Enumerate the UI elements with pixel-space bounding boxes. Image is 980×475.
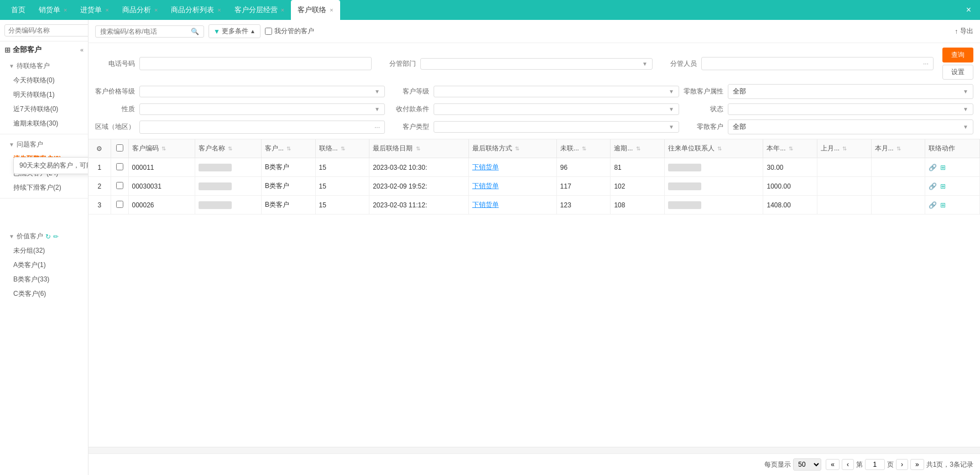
cell-method-0[interactable]: 下销货单 (468, 158, 556, 177)
th-check[interactable] (111, 139, 128, 158)
nav-tab-customer-layer[interactable]: 客户分层经营 × (228, 0, 291, 20)
close-tab-analysis[interactable]: × (154, 7, 158, 13)
filter-row-2: 客户价格等级 ▼ 客户等级 ▼ 零散客户属性 全部▼ (95, 84, 973, 99)
customer-table: ⚙ 客户编码 ⇅ 客户名称 ⇅ (88, 139, 980, 215)
sidebar-item-declining[interactable]: 持续下滑客户(2) (0, 180, 88, 195)
select-cust-type[interactable]: ▼ (434, 121, 679, 133)
cell-last-month-0 (817, 158, 872, 177)
nav-tab-analysis[interactable]: 商品分析 × (116, 0, 164, 20)
select-retail-attr[interactable]: 全部▼ (728, 84, 973, 99)
select-payment[interactable]: ▼ (434, 103, 679, 115)
sidebar-search-input[interactable] (4, 24, 88, 36)
settings-icon[interactable]: ⚙ (96, 145, 102, 153)
link-icon[interactable]: 🔗 (929, 164, 937, 171)
nav-tab-analysis-list[interactable]: 商品分析列表 × (164, 0, 227, 20)
select-nature[interactable]: ▼ (139, 103, 385, 115)
select-retail-cust[interactable]: 全部▼ (728, 119, 973, 134)
next-page-btn[interactable]: › (896, 459, 908, 470)
close-tab-purchase[interactable]: × (105, 7, 108, 13)
cell-actions-2[interactable]: 🔗⊞ (925, 196, 980, 215)
sort-icon-person[interactable]: ⇅ (717, 145, 722, 152)
cell-method-2[interactable]: 下销货单 (468, 196, 556, 215)
more-conditions-btn[interactable]: ▼ 更多条件 ▲ (208, 24, 260, 38)
th-settings[interactable]: ⚙ (88, 139, 111, 158)
setting-button[interactable]: 设置 (942, 65, 973, 80)
sort-icon-name[interactable]: ⇅ (228, 145, 232, 152)
cell-check-2[interactable] (111, 196, 128, 215)
sort-icon-this-year[interactable]: ⇅ (789, 145, 793, 152)
sort-icon-date[interactable]: ⇅ (416, 145, 420, 152)
grid-icon[interactable]: ⊞ (940, 182, 946, 190)
horizontal-scrollbar[interactable] (88, 447, 980, 453)
th-actions: 联络动作 (925, 139, 980, 158)
sort-icon-type[interactable]: ⇅ (286, 145, 291, 152)
select-price-level[interactable]: ▼ (139, 86, 385, 97)
nav-tab-home[interactable]: 首页 (4, 5, 32, 15)
edit-icon[interactable]: ✏ (53, 233, 59, 241)
cell-check-0[interactable] (111, 158, 128, 177)
nav-tab-purchase[interactable]: 进货单 × (74, 0, 115, 20)
sidebar-item-overdue[interactable]: 逾期未联络(30) (0, 116, 88, 131)
page-size-select[interactable]: 20 50 100 200 (793, 458, 821, 471)
close-tab-sales[interactable]: × (64, 7, 67, 13)
sort-icon-last-month[interactable]: ⇅ (842, 145, 847, 152)
sidebar-all-customers[interactable]: ⊞ 全部客户 « (0, 41, 88, 58)
select-region[interactable]: ··· (139, 121, 385, 134)
sidebar-item-class-c[interactable]: C类客户(6) (0, 286, 88, 301)
first-page-btn[interactable]: « (826, 459, 840, 470)
search-box: 🔍 (95, 25, 204, 38)
cell-last-month-2 (817, 196, 872, 215)
sidebar-group-value-title[interactable]: ▼ 价值客户 ↻ ✏ (0, 229, 88, 243)
cell-uncontacted-1: 117 (556, 177, 611, 196)
sidebar-item-class-b[interactable]: B类客户(33) (0, 272, 88, 286)
select-all-checkbox[interactable] (116, 144, 123, 152)
sidebar-item-7days[interactable]: 近7天待联络(0) (0, 102, 88, 116)
grid-icon[interactable]: ⊞ (940, 164, 946, 171)
page-number-input[interactable] (865, 459, 885, 470)
cell-last-month-1 (817, 177, 872, 196)
grid-icon[interactable]: ⊞ (940, 201, 946, 209)
my-customers-checkbox[interactable]: 我分管的客户 (265, 27, 314, 36)
cell-check-1[interactable] (111, 177, 128, 196)
sidebar-item-tomorrow[interactable]: 明天待联络(1) (0, 87, 88, 102)
cell-method-1[interactable]: 下销货单 (468, 177, 556, 196)
export-button[interactable]: ↑ 导出 (955, 27, 973, 36)
sort-icon-code[interactable]: ⇅ (161, 145, 166, 152)
select-person[interactable]: ··· (701, 57, 934, 70)
sidebar-item-ungroup[interactable]: 未分组(32) (0, 243, 88, 258)
window-close-button[interactable]: × (962, 3, 976, 17)
close-tab-customer-layer[interactable]: × (281, 7, 284, 13)
select-cust-level[interactable]: ▼ (434, 86, 679, 97)
search-input[interactable] (100, 28, 189, 35)
nav-tab-customer-contact[interactable]: 客户联络 × (291, 0, 340, 20)
sort-icon-overdue[interactable]: ⇅ (636, 145, 640, 152)
collapse-icon[interactable]: « (80, 46, 84, 53)
sort-icon-method[interactable]: ⇅ (515, 145, 519, 152)
last-page-btn[interactable]: » (910, 459, 924, 470)
search-icon[interactable]: 🔍 (191, 28, 199, 35)
sort-icon-uncontacted[interactable]: ⇅ (582, 145, 586, 152)
prev-page-btn[interactable]: ‹ (842, 459, 854, 470)
sidebar-group-pending-title[interactable]: ▼ 待联络客户 (0, 59, 88, 73)
cell-actions-1[interactable]: 🔗⊞ (925, 177, 980, 196)
sort-icon-contact[interactable]: ⇅ (341, 145, 345, 152)
link-icon[interactable]: 🔗 (929, 201, 937, 209)
link-icon[interactable]: 🔗 (929, 182, 937, 190)
cell-person-1 (665, 177, 763, 196)
arrow-retail-attr: ▼ (963, 88, 968, 95)
input-phone[interactable] (139, 57, 372, 70)
sort-icon-this-month[interactable]: ⇅ (896, 145, 901, 152)
arrow-cust-type: ▼ (669, 124, 674, 130)
cell-actions-0[interactable]: 🔗⊞ (925, 158, 980, 177)
close-tab-analysis-list[interactable]: × (217, 7, 221, 13)
pagination-bar: 每页显示 20 50 100 200 « ‹ 第 页 › » 共1页，3条记录 (88, 453, 980, 475)
nav-tab-sales[interactable]: 销货单 × (32, 0, 74, 20)
close-tab-customer-contact[interactable]: × (330, 7, 333, 13)
sidebar-item-class-a[interactable]: A类客户(1) (0, 258, 88, 272)
refresh-icon[interactable]: ↻ (45, 233, 51, 241)
select-status[interactable]: ▼ (728, 103, 973, 115)
select-dept[interactable]: ▼ (420, 58, 653, 70)
sidebar-item-today[interactable]: 今天待联络(0) (0, 73, 88, 87)
query-button[interactable]: 查询 (942, 48, 973, 62)
sidebar-group-problem-title[interactable]: ▼ 问题客户 (0, 138, 88, 152)
